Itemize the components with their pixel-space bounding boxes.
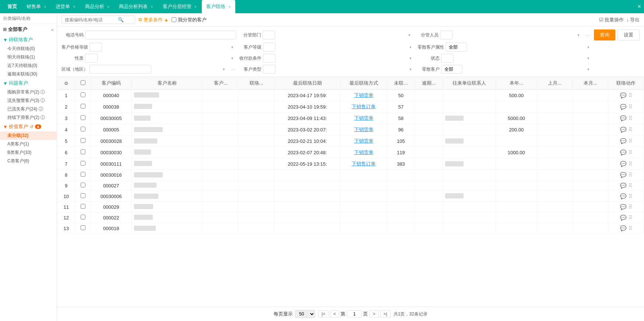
more-conditions-button[interactable]: ⚙ 更多条件 ▲	[138, 17, 169, 23]
more-icon[interactable]: ⠿	[629, 92, 632, 98]
sidebar-item-overdue-pending[interactable]: 逾期未联络(30)	[0, 70, 57, 78]
select-all-checkbox[interactable]	[81, 80, 85, 85]
row-checkbox[interactable]	[81, 138, 85, 143]
status-select[interactable]	[441, 54, 454, 63]
tab-sales[interactable]: 销售单 ×	[22, 0, 50, 13]
sidebar-item-declining[interactable]: 持续下滑客户(2) ⓘ	[0, 113, 57, 122]
more-icon[interactable]: ⠿	[629, 127, 632, 133]
message-icon[interactable]: 💬	[620, 183, 626, 188]
more-icon[interactable]: ⠿	[629, 215, 632, 221]
row-checkbox[interactable]	[81, 204, 85, 209]
sidebar-item-ungrouped[interactable]: 未分组(32)	[0, 131, 57, 140]
export-button[interactable]: ↓ 导出	[627, 17, 640, 23]
nature-select[interactable]	[85, 54, 98, 63]
message-icon[interactable]: 💬	[620, 127, 626, 133]
row-checkbox[interactable]	[81, 104, 85, 109]
dept-select[interactable]	[263, 31, 275, 39]
message-icon[interactable]: 💬	[620, 138, 626, 144]
page-size-select[interactable]: 50 100 200	[295, 310, 315, 318]
first-page-button[interactable]: |<	[318, 310, 328, 318]
more-icon[interactable]: ⠿	[629, 204, 632, 210]
row-checkbox[interactable]	[81, 92, 85, 97]
row-checkbox[interactable]	[81, 172, 85, 177]
row-checkbox[interactable]	[81, 149, 85, 154]
close-icon[interactable]: ×	[44, 4, 46, 9]
row-checkbox[interactable]	[81, 127, 85, 131]
sidebar-item-class-a[interactable]: A类客户(1)	[0, 140, 57, 148]
row-checkbox[interactable]	[81, 193, 85, 198]
row-checkbox[interactable]	[81, 183, 85, 187]
message-icon[interactable]: 💬	[620, 115, 626, 121]
customer-type-select[interactable]	[263, 65, 275, 74]
message-icon[interactable]: 💬	[620, 92, 626, 98]
sidebar-group-pending[interactable]: ▼ 待联络客户	[0, 35, 57, 45]
more-icon[interactable]: ⠿	[629, 138, 632, 144]
customer-level-select[interactable]	[263, 43, 275, 52]
sidebar-item-today-pending[interactable]: 今天待联络(0)	[0, 45, 57, 53]
tab-home[interactable]: 首页	[3, 0, 21, 13]
settings-button[interactable]: 设置	[617, 29, 640, 40]
batch-operation-button[interactable]: ☑ 批量操作	[599, 17, 624, 23]
search-icon[interactable]: 🔍	[118, 17, 124, 22]
sidebar-item-tomorrow-pending[interactable]: 明天待联络(1)	[0, 53, 57, 61]
my-customers-checkbox[interactable]: 我分管的客户	[172, 17, 207, 23]
message-icon[interactable]: 💬	[620, 161, 626, 167]
more-icon[interactable]: ⠿	[629, 193, 632, 199]
manager-select[interactable]	[440, 31, 453, 39]
message-icon[interactable]: 💬	[620, 225, 626, 231]
more-icon[interactable]: ⠿	[629, 183, 632, 188]
sidebar-all-customers[interactable]: ⊞ 全部客户 «	[0, 24, 57, 35]
close-icon[interactable]: ×	[151, 4, 153, 9]
sidebar-search-input[interactable]	[3, 16, 57, 21]
tab-analysis[interactable]: 商品分析 ×	[81, 0, 114, 13]
more-icon[interactable]: ⠿	[629, 115, 632, 121]
more-icon[interactable]: ⠿	[629, 225, 632, 231]
more-icon[interactable]: ⠿	[629, 172, 632, 178]
row-checkbox[interactable]	[81, 215, 85, 219]
sidebar-collapse-icon[interactable]: «	[51, 27, 54, 32]
message-icon[interactable]: 💬	[620, 172, 626, 178]
phone-input[interactable]	[85, 31, 236, 39]
page-number-input[interactable]	[347, 310, 362, 318]
message-icon[interactable]: 💬	[620, 104, 626, 110]
sidebar-item-class-c[interactable]: C类客户(6)	[0, 157, 57, 165]
sidebar-item-hoarding-abnormal[interactable]: 囤购异常客户(2) ⓘ	[0, 88, 57, 96]
my-customers-check[interactable]	[172, 17, 176, 22]
sidebar-item-7day-pending[interactable]: 近7天待联络(0)	[0, 61, 57, 70]
prev-page-button[interactable]: <	[330, 310, 339, 318]
row-checkbox[interactable]	[81, 225, 85, 230]
close-icon[interactable]: ×	[73, 4, 75, 9]
row-checkbox[interactable]	[81, 161, 85, 166]
sidebar-item-churn-warning[interactable]: 流失预警客户(3) ⓘ	[0, 96, 57, 105]
sparse-attr-select[interactable]: 全部	[446, 43, 467, 52]
more-icon[interactable]: ⠿	[629, 104, 632, 110]
close-icon[interactable]: ×	[228, 4, 230, 9]
sidebar-group-problem[interactable]: ▼ 问题客户	[0, 78, 57, 88]
tab-purchase[interactable]: 进货单 ×	[51, 0, 80, 13]
more-icon[interactable]: ⠿	[629, 161, 632, 167]
sidebar-group-value[interactable]: ▼ 价值客户 ↺ ●	[0, 122, 57, 131]
tab-customer-segment[interactable]: 客户分层经营 ×	[158, 0, 201, 13]
next-page-button[interactable]: >	[369, 310, 379, 318]
window-close-button[interactable]: ×	[638, 3, 641, 10]
row-checkbox[interactable]	[81, 115, 85, 120]
close-icon[interactable]: ×	[194, 4, 197, 9]
sidebar-item-churned[interactable]: 已流失客户(24) ⓘ	[0, 105, 57, 113]
sparse-customer-select[interactable]: 全部	[441, 65, 462, 74]
last-page-button[interactable]: >|	[380, 310, 391, 318]
region-input[interactable]	[89, 65, 151, 74]
message-icon[interactable]: 💬	[620, 204, 626, 210]
more-icon[interactable]: ⠿	[629, 149, 632, 155]
sidebar-item-class-b[interactable]: B类客户(33)	[0, 148, 57, 157]
message-icon[interactable]: 💬	[620, 149, 626, 155]
price-level-select[interactable]	[89, 43, 102, 52]
message-icon[interactable]: 💬	[620, 215, 626, 221]
tab-analysis-list[interactable]: 商品分析列表 ×	[115, 0, 157, 13]
main-search-input[interactable]	[65, 17, 116, 22]
message-icon[interactable]: 💬	[620, 193, 626, 199]
query-button[interactable]: 查询	[594, 29, 615, 40]
tab-customer-contact[interactable]: 客户联络 ×	[202, 0, 235, 13]
settings-icon[interactable]: ⚙	[64, 81, 68, 86]
close-icon[interactable]: ×	[107, 4, 109, 9]
payment-select[interactable]	[263, 54, 275, 63]
